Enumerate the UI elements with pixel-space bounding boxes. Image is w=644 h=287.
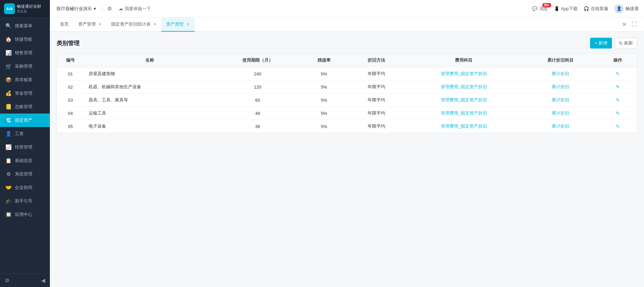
accum-cell-row-2[interactable]: 累计折旧 (523, 94, 598, 107)
tab-assets-mgmt[interactable]: 资产管理✕ (73, 18, 106, 32)
tab-close-asset-types[interactable]: ✕ (186, 22, 190, 27)
tab-close-fixed-stats[interactable]: ✕ (153, 22, 157, 27)
sidebar-item-ledger[interactable]: 📒总账管理 (0, 100, 50, 114)
expense-cell-row-4[interactable]: 管理费用_固定资产折旧 (405, 120, 523, 133)
sidebar-item-fixed[interactable]: 🏗固定资产 (0, 114, 50, 127)
demo-selector[interactable]: 医疗器械行业演示 ▾ (54, 4, 99, 13)
new-button[interactable]: + 新增 (590, 38, 612, 49)
sidebar-item-quicknav[interactable]: 🏠快捷导航 (0, 33, 50, 46)
sidebar-item-apps[interactable]: 🔲应用中心 (0, 208, 50, 221)
service-icon: 🎧 (584, 6, 589, 11)
action-cell-row-3[interactable]: ✎ (599, 107, 637, 120)
edit-icon-row-0[interactable]: ✎ (616, 71, 620, 76)
action-cell-row-0[interactable]: ✎ (599, 67, 637, 81)
refresh-button[interactable]: ↻ 刷新 (615, 38, 637, 49)
topbar: 医疗器械行业演示 ▾ ⚙ ☁ 我要体验一下 💬 消息 99+ 📱 App下载 🎧… (50, 0, 644, 18)
sidebar-label-salary: 工资 (15, 131, 24, 137)
tabbar-controls: ✕ ⛶ (621, 21, 639, 28)
app-logo: AtA 畅捷通好业财 普及版 (0, 0, 50, 18)
period-cell-row-3: 48 (215, 107, 300, 120)
tab-label-assets-mgmt: 资产管理 (78, 21, 96, 27)
table-row: 02机器、机械和其他生产设备1205%年限平均管理费用_固定资产折旧累计折旧✎ (57, 81, 637, 94)
period-cell-row-2: 60 (215, 94, 300, 107)
method-cell-row-0: 年限平均 (348, 67, 405, 81)
page-header: 类别管理 + 新增 ↻ 刷新 (57, 38, 637, 49)
sidebar-item-collab[interactable]: 🤝企业协同 (0, 181, 50, 194)
sidebar-icon-system: ⚙ (5, 171, 11, 177)
residual-cell-row-3: 5% (300, 107, 348, 120)
action-cell-row-1[interactable]: ✎ (599, 81, 637, 94)
sidebar-icon-apps: 🔲 (5, 212, 11, 218)
edit-icon-row-3[interactable]: ✎ (616, 110, 620, 116)
col-header-使用期限（月）: 使用期限（月） (215, 54, 300, 67)
download-icon: 📱 (554, 6, 559, 11)
tab-expand-btn[interactable]: ⛶ (631, 21, 639, 28)
sidebar-label-quicknav: 快捷导航 (15, 36, 32, 42)
sidebar-item-system[interactable]: ⚙系统管理 (0, 167, 50, 181)
settings-icon[interactable]: ⚙ (5, 277, 9, 284)
tab-close-all-btn[interactable]: ✕ (621, 21, 628, 28)
page-actions: + 新增 ↻ 刷新 (590, 38, 637, 49)
sidebar-item-capital[interactable]: 💰资金管理 (0, 87, 50, 100)
sidebar-label-fixed: 固定资产 (15, 117, 32, 123)
topbar-divider (102, 5, 102, 12)
expense-cell-row-0[interactable]: 管理费用_固定资产折旧 (405, 67, 523, 81)
edit-icon-row-2[interactable]: ✎ (616, 97, 620, 103)
sidebar-label-basic: 基础信息 (15, 158, 32, 164)
tab-close-assets-mgmt[interactable]: ✕ (98, 22, 102, 27)
period-cell-row-1: 120 (215, 81, 300, 94)
residual-cell-row-4: 5% (300, 120, 348, 133)
expense-cell-row-2[interactable]: 管理费用_固定资产折旧 (405, 94, 523, 107)
action-cell-row-2[interactable]: ✎ (599, 94, 637, 107)
col-header-编号: 编号 (57, 54, 84, 67)
sidebar-footer: ⚙ ◀ (0, 274, 50, 287)
sidebar-item-basic[interactable]: 📋基础信息 (0, 154, 50, 167)
edit-icon-row-1[interactable]: ✎ (616, 84, 620, 90)
sidebar-label-capital: 资金管理 (15, 90, 32, 96)
sidebar-item-guide[interactable]: 🎓新手引导 (0, 194, 50, 208)
gear-icon[interactable]: ⚙ (106, 4, 113, 13)
expense-cell-row-3[interactable]: 管理费用_固定资产折旧 (405, 107, 523, 120)
logo-badge: 普及版 (17, 9, 41, 14)
sidebar-item-salary[interactable]: 👤工资 (0, 127, 50, 140)
data-table-wrap: 编号名称使用期限（月）残值率折旧方法费用科目累计折旧科目操作 01房屋及建筑物2… (57, 53, 637, 133)
sidebar-icon-guide: 🎓 (5, 198, 11, 204)
tab-home[interactable]: 首页 (55, 18, 73, 32)
user-btn[interactable]: 👤 畅捷通 (614, 4, 639, 13)
accum-cell-row-4[interactable]: 累计折旧 (523, 120, 598, 133)
accum-cell-row-3[interactable]: 累计折旧 (523, 107, 598, 120)
message-icon: 💬 (532, 6, 538, 11)
sidebar-nav: 🔍搜索菜单🏠快捷导航📊销售管理🛒采购管理📦库存核算💰资金管理📒总账管理🏗固定资产… (0, 18, 50, 274)
code-cell-row-2: 03 (57, 94, 84, 107)
action-cell-row-4[interactable]: ✎ (599, 120, 637, 133)
expense-cell-row-1[interactable]: 管理费用_固定资产折旧 (405, 81, 523, 94)
sidebar-item-ops[interactable]: 📈经营管理 (0, 140, 50, 154)
trial-label: 我要体验一下 (125, 6, 151, 12)
sidebar-icon-salary: 👤 (5, 131, 11, 137)
tabbar: 首页资产管理✕固定资产折旧统计表✕资产类型✕ ✕ ⛶ (50, 18, 644, 32)
accum-cell-row-1[interactable]: 累计折旧 (523, 81, 598, 94)
online-service-btn[interactable]: 🎧 在线客服 (584, 6, 608, 12)
sidebar-item-inventory[interactable]: 📦库存核算 (0, 73, 50, 87)
tab-fixed-stats[interactable]: 固定资产折旧统计表✕ (106, 18, 161, 32)
name-cell-row-3: 运输工具 (84, 107, 215, 120)
trial-btn[interactable]: ☁ 我要体验一下 (119, 6, 151, 12)
messages-btn[interactable]: 💬 消息 99+ (532, 6, 548, 12)
sidebar-icon-search: 🔍 (5, 23, 11, 29)
tab-asset-types[interactable]: 资产类型✕ (161, 18, 194, 32)
messages-badge: 99+ (542, 3, 551, 7)
accum-cell-row-0[interactable]: 累计折旧 (523, 67, 598, 81)
collapse-icon[interactable]: ◀ (41, 277, 45, 284)
sidebar-label-sales: 销售管理 (15, 50, 32, 56)
code-cell-row-0: 01 (57, 67, 84, 81)
table-row: 04运输工具485%年限平均管理费用_固定资产折旧累计折旧✎ (57, 107, 637, 120)
app-download-btn[interactable]: 📱 App下载 (554, 6, 578, 12)
sidebar-item-purchase[interactable]: 🛒采购管理 (0, 60, 50, 73)
sidebar-item-search[interactable]: 🔍搜索菜单 (0, 19, 50, 33)
sidebar-icon-basic: 📋 (5, 158, 11, 164)
edit-icon-row-4[interactable]: ✎ (616, 124, 620, 129)
sidebar-item-sales[interactable]: 📊销售管理 (0, 46, 50, 60)
name-cell-row-1: 机器、机械和其他生产设备 (84, 81, 215, 94)
sidebar-label-guide: 新手引导 (15, 198, 32, 204)
col-header-残值率: 残值率 (300, 54, 348, 67)
